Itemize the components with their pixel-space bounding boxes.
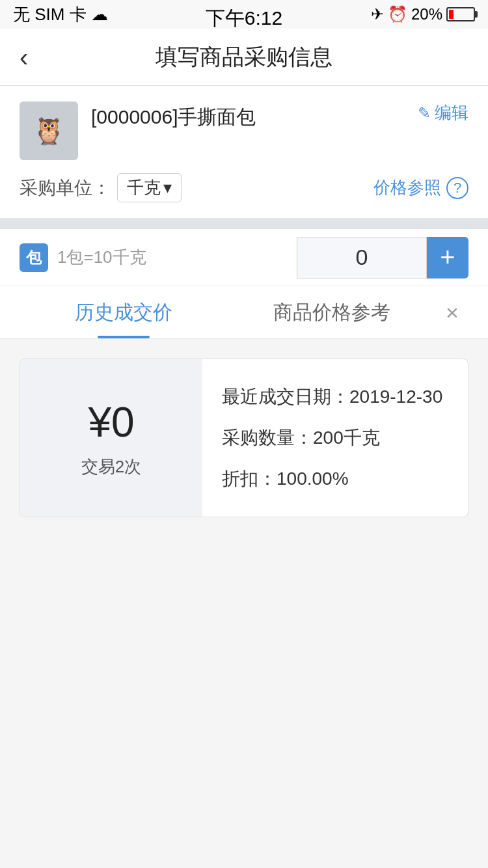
quantity-value: 0 bbox=[356, 245, 368, 270]
discount-value: 100.00% bbox=[277, 468, 349, 489]
purchase-unit-label: 采购单位： bbox=[20, 176, 111, 200]
quantity-input[interactable]: 0 bbox=[297, 237, 427, 278]
tab-product-price-ref[interactable]: 商品价格参考 bbox=[228, 286, 436, 338]
unit-badge: 包 bbox=[20, 243, 48, 272]
plus-icon: + bbox=[440, 243, 455, 272]
price-card: ¥0 交易2次 最近成交日期：2019-12-30 采购数量：200千克 折扣：… bbox=[20, 359, 468, 517]
status-time: 下午6:12 bbox=[206, 5, 282, 32]
purchase-unit-row: 采购单位： 千克 ▾ 价格参照 ? bbox=[20, 173, 468, 202]
edit-label: 编辑 bbox=[435, 102, 468, 124]
recent-date-row: 最近成交日期：2019-12-30 bbox=[222, 383, 448, 412]
alarm-icon: ⏰ bbox=[388, 5, 407, 23]
quantity-row: 包 1包=10千克 0 + bbox=[0, 229, 488, 286]
price-reference-button[interactable]: 价格参照 ? bbox=[373, 176, 468, 199]
tab-active-underline bbox=[98, 336, 150, 338]
product-id: [0000006] bbox=[91, 106, 178, 128]
dropdown-arrow-icon: ▾ bbox=[163, 178, 172, 198]
product-name: [0000006]手撕面包 bbox=[91, 102, 256, 131]
product-header: 🦉 [0000006]手撕面包 ✎ 编辑 bbox=[20, 102, 468, 160]
price-right-panel: 最近成交日期：2019-12-30 采购数量：200千克 折扣：100.00% bbox=[202, 359, 468, 517]
status-right: ✈ ⏰ 20% bbox=[371, 5, 475, 23]
tab-close-button[interactable]: × bbox=[436, 296, 468, 329]
tab-history-price-label: 历史成交价 bbox=[75, 299, 172, 326]
tab-history-price[interactable]: 历史成交价 bbox=[20, 286, 228, 338]
battery-fill bbox=[449, 10, 454, 19]
carrier-text: 无 SIM 卡 ☁ bbox=[13, 3, 108, 26]
edit-icon: ✎ bbox=[418, 104, 431, 122]
history-content: ¥0 交易2次 最近成交日期：2019-12-30 采购数量：200千克 折扣：… bbox=[0, 339, 488, 729]
close-icon: × bbox=[446, 300, 459, 325]
price-amount: ¥0 bbox=[88, 398, 134, 446]
tab-product-price-ref-label: 商品价格参考 bbox=[273, 299, 390, 326]
status-left: 无 SIM 卡 ☁ bbox=[13, 3, 108, 26]
battery-icon bbox=[446, 7, 475, 21]
nav-bar: ‹ 填写商品采购信息 bbox=[0, 29, 488, 86]
product-thumbnail-icon: 🦉 bbox=[33, 116, 65, 146]
purchase-qty-row: 采购数量：200千克 bbox=[222, 424, 448, 453]
price-left-panel: ¥0 交易2次 bbox=[20, 359, 202, 517]
tabs-container: 历史成交价 商品价格参考 × bbox=[0, 286, 488, 339]
unit-left: 采购单位： 千克 ▾ bbox=[20, 173, 182, 202]
product-image: 🦉 bbox=[20, 102, 78, 160]
tabs-row: 历史成交价 商品价格参考 × bbox=[0, 286, 488, 338]
unit-badge-label: 包 bbox=[26, 247, 42, 268]
purchase-qty-value: 200千克 bbox=[313, 427, 380, 448]
transaction-count: 交易2次 bbox=[81, 455, 141, 478]
battery-container bbox=[446, 7, 475, 21]
back-button[interactable]: ‹ bbox=[20, 44, 28, 70]
product-left: 🦉 [0000006]手撕面包 bbox=[20, 102, 256, 160]
quantity-input-group: 0 + bbox=[297, 237, 468, 278]
unit-select[interactable]: 千克 ▾ bbox=[117, 173, 182, 202]
quantity-label-group: 包 1包=10千克 bbox=[20, 243, 146, 272]
unit-value: 千克 bbox=[127, 176, 161, 199]
unit-note: 1包=10千克 bbox=[57, 246, 146, 269]
help-symbol: ? bbox=[454, 180, 461, 197]
discount-label: 折扣： bbox=[222, 468, 277, 489]
purchase-qty-label: 采购数量： bbox=[222, 427, 313, 448]
status-bar: 无 SIM 卡 ☁ 下午6:12 ✈ ⏰ 20% bbox=[0, 0, 488, 29]
gray-separator bbox=[0, 219, 488, 229]
edit-button[interactable]: ✎ 编辑 bbox=[418, 102, 468, 124]
discount-row: 折扣：100.00% bbox=[222, 465, 448, 494]
battery-percent: 20% bbox=[411, 5, 442, 23]
help-icon: ? bbox=[446, 177, 468, 199]
page-title: 填写商品采购信息 bbox=[156, 42, 332, 72]
price-ref-label: 价格参照 bbox=[373, 176, 441, 199]
product-title: 手撕面包 bbox=[178, 106, 256, 128]
recent-date-value: 2019-12-30 bbox=[349, 387, 442, 407]
quantity-plus-button[interactable]: + bbox=[427, 237, 468, 278]
location-icon: ✈ bbox=[371, 5, 384, 23]
recent-date-label: 最近成交日期： bbox=[222, 387, 349, 407]
product-card: 🦉 [0000006]手撕面包 ✎ 编辑 采购单位： 千克 ▾ 价格参照 ? bbox=[0, 86, 488, 219]
